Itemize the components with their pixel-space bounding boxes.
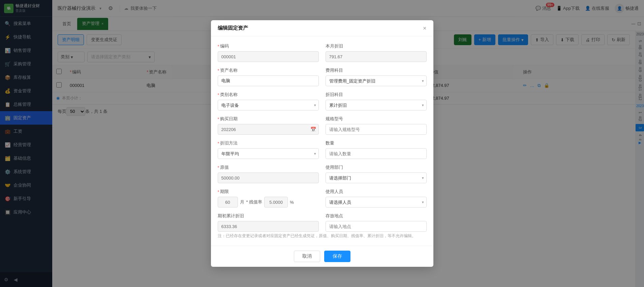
asset-name-label: * 资产名称 [218,67,319,73]
expense-subject-label: 费用科目 [326,67,427,73]
modal-close-btn[interactable]: × [423,25,427,31]
modal-footer: 取消 保存 [211,246,433,267]
category-wrap: 电子设备 ▾ [218,100,319,110]
form-quantity: 数量 [326,140,427,159]
form-category: * 类别名称 电子设备 ▾ [218,92,319,110]
dep-subject-wrap: 累计折旧 ▾ [326,100,427,110]
cancel-button[interactable]: 取消 [294,251,320,262]
quantity-input[interactable] [326,148,427,159]
form-purchase-date: * 购买日期 📅 [218,116,319,135]
modal-title: 编辑固定资产 [218,25,248,31]
form-initial-dep: 期初累计折旧 [218,213,319,232]
form-dep-method: * 折旧方法 年限平均 ▾ [218,140,319,159]
dep-method-wrap: 年限平均 ▾ [218,148,319,159]
dept-wrap: 请选择部门 ▾ [326,172,427,183]
modal-header: 编辑固定资产 × [211,20,433,36]
category-label: * 类别名称 [218,92,319,98]
form-location: 存放地点 [326,213,427,232]
modal-body: * 编码 本月折旧 * 资产名称 [211,36,433,246]
period-input [218,197,238,208]
purchase-date-input[interactable] [218,124,319,135]
form-period-residual: * 期限 月 * 残值率 % [218,189,319,208]
form-original-value: * 原值 [218,164,319,183]
expense-subject-select[interactable]: 管理费用_固定资产折旧 [326,75,427,86]
asset-name-input[interactable] [218,75,319,86]
monthly-dep-input [326,51,427,62]
user-label: 使用人员 [326,189,427,195]
quantity-label: 数量 [326,140,427,146]
edit-asset-modal: 编辑固定资产 × * 编码 本月折旧 [211,20,433,267]
location-input[interactable] [326,221,427,232]
purchase-date-wrap: 📅 [218,124,319,135]
modal-notice: 注：已经存在变更记录或者对应固定资产已经生成凭证，原值、购买日期、残值率、累计折… [218,233,427,239]
period-row: 月 * 残值率 % [218,197,319,208]
location-label: 存放地点 [326,213,427,219]
form-user: 使用人员 请选择人员 ▾ [326,189,427,208]
form-code: * 编码 [218,43,319,62]
dep-method-label: * 折旧方法 [218,140,319,146]
form-monthly-dep: 本月折旧 [326,43,427,62]
monthly-dep-label: 本月折旧 [326,43,427,49]
user-wrap: 请选择人员 ▾ [326,197,427,208]
dep-subject-label: 折旧科目 [326,92,427,98]
modal-overlay: 编辑固定资产 × * 编码 本月折旧 [0,0,644,287]
expense-subject-wrap: 管理费用_固定资产折旧 ▾ [326,75,427,86]
dept-select[interactable]: 请选择部门 [326,172,427,183]
period-unit: 月 [240,199,244,205]
save-button[interactable]: 保存 [324,251,350,262]
dep-subject-select[interactable]: 累计折旧 [326,100,427,110]
initial-dep-label: 期初累计折旧 [218,213,319,219]
dept-label: 使用部门 [326,164,427,170]
user-select[interactable]: 请选择人员 [326,197,427,208]
code-input[interactable] [218,51,319,62]
category-select[interactable]: 电子设备 [218,100,319,110]
residual-rate-input [264,197,288,208]
form-spec: 规格型号 [326,116,427,135]
form-dep-subject: 折旧科目 累计折旧 ▾ [326,92,427,110]
residual-rate-unit: % [290,200,294,205]
dep-method-select[interactable]: 年限平均 [218,148,319,159]
original-value-input [218,172,319,183]
spec-input[interactable] [326,124,427,135]
purchase-date-label: * 购买日期 [218,116,319,122]
period-label: * 期限 [218,189,319,195]
form-expense-subject: 费用科目 管理费用_固定资产折旧 ▾ [326,67,427,86]
residual-rate-label: * 残值率 [246,199,263,205]
code-label: * 编码 [218,43,319,49]
spec-label: 规格型号 [326,116,427,122]
initial-dep-input [218,221,319,232]
form-asset-name: * 资产名称 [218,67,319,86]
form-grid: * 编码 本月折旧 * 资产名称 [218,43,427,232]
original-value-label: * 原值 [218,164,319,170]
form-dept: 使用部门 请选择部门 ▾ [326,164,427,183]
